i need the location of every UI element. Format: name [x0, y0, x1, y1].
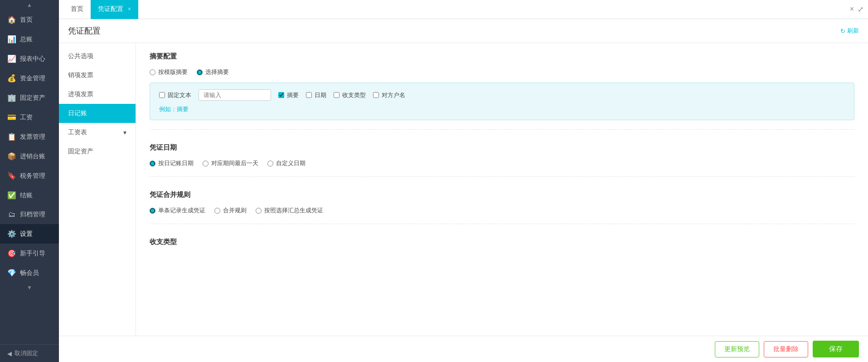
unpin-icon: ◀ — [7, 350, 12, 357]
radio-last-day-label: 对应期间最后一天 — [211, 159, 258, 167]
radio-select-merge[interactable]: 按照选择汇总生成凭证 — [256, 206, 323, 215]
checkbox-date[interactable]: 日期 — [306, 91, 326, 99]
left-nav-public-label: 公共选项 — [68, 52, 93, 60]
batch-delete-button[interactable]: 批量删除 — [764, 341, 808, 357]
checkbox-summary-label: 摘要 — [287, 91, 299, 99]
sidebar-item-home[interactable]: 🏠 首页 — [0, 10, 59, 29]
radio-last-day[interactable]: 对应期间最后一天 — [203, 159, 258, 167]
sidebar-label-vip: 畅会员 — [20, 269, 39, 277]
example-text: 例如：摘要 — [159, 105, 845, 113]
radio-journal-date[interactable]: 按日记账日期 — [150, 159, 194, 167]
tax-icon: 🔖 — [7, 171, 16, 180]
radio-custom-date[interactable]: 自定义日期 — [267, 159, 305, 167]
sidebar-label-tax: 税务管理 — [20, 172, 45, 180]
tab-home-label: 首页 — [71, 5, 83, 13]
tab-close-button[interactable]: × — [128, 6, 131, 12]
sidebar-unpin-label: 取消固定 — [15, 349, 38, 357]
update-preview-button[interactable]: 更新预览 — [715, 341, 759, 357]
fund-icon: 💰 — [7, 74, 16, 83]
left-nav-purchase-invoice[interactable]: 进项发票 — [59, 85, 136, 104]
radio-journal-date-input[interactable] — [150, 161, 155, 166]
sidebar-scroll-up[interactable]: ▲ — [0, 0, 59, 10]
sidebar-label-ledger: 总账 — [20, 35, 33, 44]
sidebar-item-payroll[interactable]: 💳 工资 — [0, 108, 59, 127]
save-button[interactable]: 保存 — [813, 341, 859, 357]
left-nav-salary-table[interactable]: 工资表 ▾ — [59, 123, 136, 142]
sidebar-item-settle[interactable]: ✅ 结账 — [0, 186, 59, 205]
checkbox-fixed-text[interactable]: 固定文本 — [159, 91, 191, 99]
sidebar-item-settings[interactable]: ⚙️ 设置 — [0, 224, 59, 244]
sidebar-item-archive[interactable]: 🗂 归档管理 — [0, 205, 59, 224]
sidebar-item-asset[interactable]: 🏢 固定资产 — [0, 88, 59, 108]
checkbox-counterparty[interactable]: 对方户名 — [373, 91, 405, 99]
summary-section: 摘要配置 按模版摘要 选择摘要 固定文本 — [150, 52, 854, 130]
sidebar-item-purchase[interactable]: 📦 进销台账 — [0, 147, 59, 166]
checkbox-income-type-label: 收支类型 — [342, 91, 366, 99]
refresh-button[interactable]: ↻ 刷新 — [840, 27, 859, 35]
checkbox-summary-input[interactable] — [278, 92, 284, 98]
tab-home[interactable]: 首页 — [63, 0, 91, 19]
left-nav-sales[interactable]: 销项发票 — [59, 66, 136, 85]
tab-expand-icon[interactable]: ⤢ — [858, 5, 863, 14]
tab-close-icon[interactable]: × — [850, 5, 854, 14]
radio-merge-rule[interactable]: 合并规则 — [214, 206, 247, 215]
checkbox-income-type[interactable]: 收支类型 — [334, 91, 366, 99]
sidebar: ▲ 🏠 首页 📊 总账 📈 报表中心 💰 资金管理 🏢 固定资产 💳 工资 📋 … — [0, 0, 59, 362]
radio-journal-date-label: 按日记账日期 — [158, 159, 194, 167]
sidebar-item-fund[interactable]: 💰 资金管理 — [0, 68, 59, 88]
sidebar-scroll-down[interactable]: ▼ — [0, 283, 59, 293]
radio-select-summary[interactable]: 选择摘要 — [197, 68, 229, 76]
radio-select-summary-label: 选择摘要 — [205, 68, 229, 76]
sidebar-item-vip[interactable]: 💎 畅会员 — [0, 263, 59, 283]
left-nav: 公共选项 销项发票 进项发票 日记账 工资表 ▾ 固定资产 — [59, 43, 136, 336]
date-section-title: 凭证日期 — [150, 143, 854, 152]
tab-bar-controls: × ⤢ — [850, 5, 863, 14]
checkbox-summary[interactable]: 摘要 — [278, 91, 299, 99]
right-content: 摘要配置 按模版摘要 选择摘要 固定文本 — [136, 43, 868, 336]
radio-single[interactable]: 单条记录生成凭证 — [150, 206, 205, 215]
left-nav-public[interactable]: 公共选项 — [59, 47, 136, 66]
radio-template-summary-input[interactable] — [150, 69, 155, 75]
vip-icon: 💎 — [7, 269, 16, 277]
checkbox-date-input[interactable] — [306, 92, 312, 98]
sidebar-label-purchase: 进销台账 — [20, 152, 45, 161]
fixed-text-input[interactable] — [199, 89, 271, 101]
radio-last-day-input[interactable] — [203, 161, 209, 166]
sidebar-unpin-button[interactable]: ◀ 取消固定 — [0, 344, 59, 362]
merge-section: 凭证合并规则 单条记录生成凭证 合并规则 按照选择汇总生成凭证 — [150, 191, 854, 224]
radio-merge-rule-input[interactable] — [214, 208, 220, 214]
radio-select-summary-input[interactable] — [197, 69, 203, 75]
income-type-section: 收支类型 — [150, 238, 854, 263]
left-nav-purchase-label: 进项发票 — [68, 90, 93, 98]
refresh-label: 刷新 — [847, 27, 859, 35]
checkbox-counterparty-label: 对方户名 — [382, 91, 405, 99]
radio-single-input[interactable] — [150, 208, 155, 214]
summary-checkbox-row: 固定文本 摘要 日期 收支类型 — [159, 89, 845, 101]
sidebar-label-guide: 新手引导 — [20, 249, 45, 258]
radio-select-merge-input[interactable] — [256, 208, 262, 214]
left-nav-journal[interactable]: 日记账 — [59, 104, 136, 123]
example-value: 摘要 — [177, 106, 189, 113]
sidebar-label-settings: 设置 — [20, 230, 33, 238]
checkbox-counterparty-input[interactable] — [373, 92, 379, 98]
checkbox-fixed-text-input[interactable] — [159, 92, 165, 98]
sidebar-item-invoice[interactable]: 📋 发票管理 — [0, 127, 59, 147]
main-area: 首页 凭证配置 × × ⤢ 凭证配置 ↻ 刷新 公共选项 销项发票 进 — [59, 0, 868, 362]
tab-bar: 首页 凭证配置 × × ⤢ — [59, 0, 868, 19]
sidebar-label-report: 报表中心 — [20, 55, 45, 63]
left-nav-fixed-asset[interactable]: 固定资产 — [59, 142, 136, 161]
tab-voucher-config[interactable]: 凭证配置 × — [91, 0, 138, 19]
sidebar-label-archive: 归档管理 — [20, 210, 45, 219]
radio-custom-date-input[interactable] — [267, 161, 273, 166]
sidebar-label-asset: 固定资产 — [20, 94, 45, 102]
page-title: 凭证配置 — [68, 25, 101, 36]
income-type-section-title: 收支类型 — [150, 238, 854, 246]
date-radio-group: 按日记账日期 对应期间最后一天 自定义日期 — [150, 159, 854, 167]
sidebar-item-tax[interactable]: 🔖 税务管理 — [0, 166, 59, 186]
sidebar-item-guide[interactable]: 🎯 新手引导 — [0, 244, 59, 263]
checkbox-income-type-input[interactable] — [334, 92, 339, 98]
radio-template-summary[interactable]: 按模版摘要 — [150, 68, 188, 76]
tab-voucher-config-label: 凭证配置 — [98, 5, 123, 13]
sidebar-item-report[interactable]: 📈 报表中心 — [0, 49, 59, 68]
sidebar-item-ledger[interactable]: 📊 总账 — [0, 29, 59, 49]
